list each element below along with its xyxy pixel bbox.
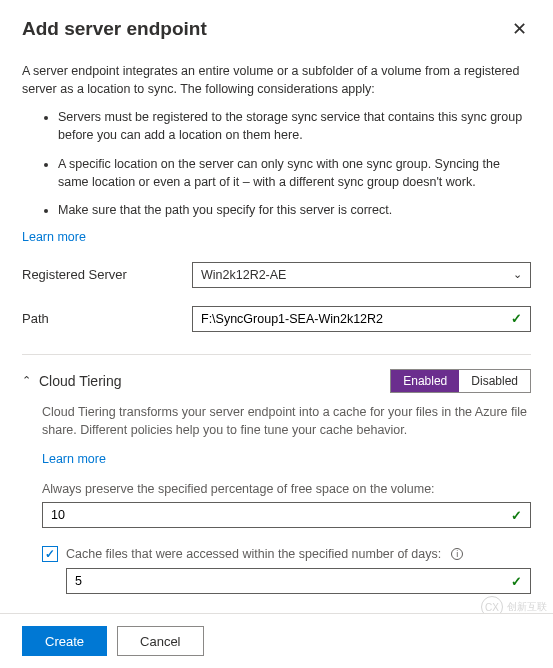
cloud-tiering-learn-more-link[interactable]: Learn more: [42, 452, 106, 466]
check-icon: ✓: [511, 311, 522, 326]
toggle-disabled[interactable]: Disabled: [459, 370, 530, 392]
free-space-input[interactable]: [51, 508, 511, 522]
path-label: Path: [22, 311, 192, 326]
considerations-list: Servers must be registered to the storag…: [22, 108, 531, 219]
path-input[interactable]: [201, 312, 511, 326]
path-input-wrapper: ✓: [192, 306, 531, 332]
free-space-input-wrapper: ✓: [42, 502, 531, 528]
cache-days-label: Cache files that were accessed within th…: [66, 547, 441, 561]
intro-text: A server endpoint integrates an entire v…: [22, 62, 531, 98]
free-space-label: Always preserve the specified percentage…: [42, 482, 531, 496]
registered-server-label: Registered Server: [22, 267, 192, 282]
create-button[interactable]: Create: [22, 626, 107, 656]
collapse-icon[interactable]: ⌃: [22, 374, 31, 387]
cache-days-checkbox[interactable]: ✓: [42, 546, 58, 562]
cloud-tiering-toggle[interactable]: Enabled Disabled: [390, 369, 531, 393]
cloud-tiering-title: Cloud Tiering: [39, 373, 122, 389]
toggle-enabled[interactable]: Enabled: [391, 370, 459, 392]
chevron-down-icon: ⌄: [513, 268, 522, 281]
check-icon: ✓: [511, 508, 522, 523]
cache-days-input-wrapper: ✓: [66, 568, 531, 594]
info-icon[interactable]: i: [451, 548, 463, 560]
list-item: Make sure that the path you specify for …: [58, 201, 531, 219]
registered-server-value: Win2k12R2-AE: [201, 268, 286, 282]
cancel-button[interactable]: Cancel: [117, 626, 203, 656]
cache-days-input[interactable]: [75, 574, 511, 588]
cloud-tiering-description: Cloud Tiering transforms your server end…: [42, 403, 531, 439]
registered-server-select[interactable]: Win2k12R2-AE ⌄: [192, 262, 531, 288]
list-item: Servers must be registered to the storag…: [58, 108, 531, 144]
check-icon: ✓: [511, 574, 522, 589]
panel-title: Add server endpoint: [22, 18, 207, 40]
close-button[interactable]: ✕: [508, 18, 531, 40]
learn-more-link[interactable]: Learn more: [22, 230, 86, 244]
list-item: A specific location on the server can on…: [58, 155, 531, 191]
